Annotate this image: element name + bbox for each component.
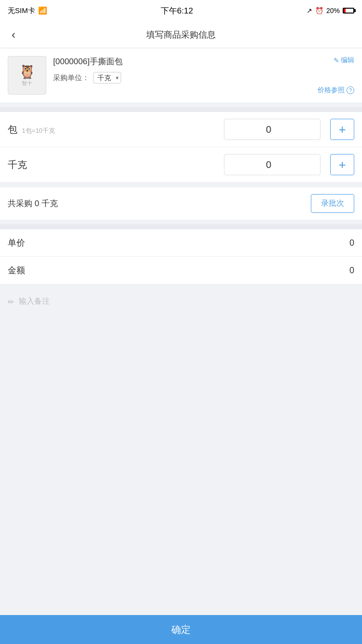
location-icon: ↗ [306,7,312,14]
product-logo-owl: 🦉 [19,64,36,80]
product-unit-row: 采购单位： 千克 [53,72,311,84]
confirm-button[interactable]: 确定 [0,615,362,644]
qty-plus-kg[interactable]: + [330,154,354,175]
qty-label-kg: 千克 [8,158,46,171]
unit-select-wrapper[interactable]: 千克 [93,72,121,84]
product-actions: ✎ 编辑 价格参照 ? [318,56,354,95]
divider-1 [0,107,362,112]
qty-sublabel-bao: 1包=10千克 [22,127,55,134]
status-left: 无SIM卡 📶 [8,6,47,15]
quantity-row-bao: 包 1包=10千克 + [0,112,362,147]
record-batch-button[interactable]: 录批次 [311,194,354,213]
wifi-icon: 📶 [38,6,47,15]
quantity-row-kg: 千克 + [0,147,362,182]
qty-input-bao[interactable] [224,119,320,140]
carrier-label: 无SIM卡 [8,6,35,15]
battery-fill [344,9,346,13]
price-ref-icon: ? [347,86,354,94]
edit-label: 编辑 [341,56,354,65]
quantity-section: 包 1包=10千克 + 千克 + [0,112,362,182]
edit-icon: ✎ [334,56,339,64]
total-row: 共采购 0 千克 录批次 [0,187,362,220]
product-info: [0000006]手撕面包 采购单位： 千克 [53,56,311,84]
alarm-icon: ⏰ [315,7,323,14]
price-ref-label: 价格参照 [318,86,345,95]
amount-value: 0 [349,266,354,276]
amount-label: 金额 [8,265,349,276]
notes-placeholder: 输入备注 [19,296,50,307]
unit-price-value: 0 [349,238,354,248]
pencil-icon: ✏ [8,297,14,307]
unit-select[interactable]: 千克 [93,72,121,84]
total-label: 共采购 0 千克 [8,198,311,209]
notes-area[interactable]: ✏ 输入备注 [0,289,362,347]
product-logo-text: 智十 [19,80,36,87]
battery-icon [343,8,354,14]
status-time: 下午6:12 [161,5,193,16]
battery-percent: 20% [326,7,340,14]
price-ref-button[interactable]: 价格参照 ? [318,86,354,95]
page-title: 填写商品采购信息 [146,29,216,41]
unit-price-label: 单价 [8,237,349,249]
qty-label-bao: 包 1包=10千克 [8,123,55,136]
qty-input-kg[interactable] [224,154,320,175]
qty-plus-bao[interactable]: + [330,119,354,140]
status-right: ↗ ⏰ 20% [306,7,354,14]
back-button[interactable]: ‹ [8,24,19,45]
unit-label: 采购单位： [53,73,89,83]
product-name: [0000006]手撕面包 [53,56,311,67]
bottom-spacer [0,347,362,443]
product-card: 🦉 智十 [0000006]手撕面包 采购单位： 千克 ✎ 编辑 价格参照 ? [0,48,362,102]
unit-price-row: 单价 0 [0,229,362,257]
status-bar: 无SIM卡 📶 下午6:12 ↗ ⏰ 20% [0,0,362,21]
divider-2 [0,224,362,229]
product-image: 🦉 智十 [8,56,46,95]
amount-row: 金额 0 [0,257,362,284]
edit-button[interactable]: ✎ 编辑 [334,56,354,65]
price-section: 单价 0 金额 0 [0,229,362,284]
nav-bar: ‹ 填写商品采购信息 [0,21,362,48]
